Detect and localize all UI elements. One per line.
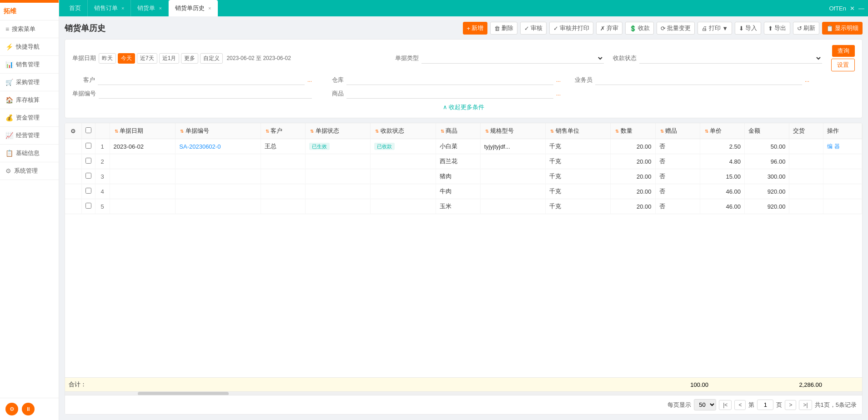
- import-button[interactable]: ⬇ 导入: [735, 22, 761, 35]
- doc-type-select[interactable]: [421, 53, 604, 64]
- doc-no-input[interactable]: [99, 89, 312, 99]
- th-settings[interactable]: ⚙: [65, 123, 81, 139]
- td-checkbox[interactable]: [81, 169, 95, 184]
- date-1month-btn[interactable]: 近1月: [159, 53, 180, 64]
- td-doc-no[interactable]: [176, 154, 261, 169]
- tab-home[interactable]: 首页: [63, 0, 88, 16]
- audit-print-button[interactable]: ✓ 审核并打印: [549, 22, 593, 35]
- td-settings: [65, 139, 81, 154]
- td-unit-price: 46.00: [700, 199, 744, 214]
- tab-sales-history-label: 销货单历史: [175, 4, 205, 12]
- th-unit[interactable]: ⇅ 销售单位: [546, 123, 611, 139]
- page-prev-btn[interactable]: <: [734, 400, 746, 410]
- sidebar-settings-icon[interactable]: ⚙: [5, 403, 18, 415]
- collect-status-select[interactable]: [639, 53, 822, 64]
- td-doc-no[interactable]: [176, 184, 261, 199]
- sidebar-item-system-mgmt[interactable]: ⚙ 系统管理: [0, 162, 59, 180]
- page-last-btn[interactable]: >|: [799, 400, 812, 410]
- close-sales-history-tab[interactable]: ×: [208, 5, 211, 11]
- td-checkbox[interactable]: [81, 199, 95, 214]
- page-input[interactable]: [757, 400, 773, 410]
- abandon-button[interactable]: ✗ 弃审: [596, 22, 622, 35]
- th-doc-no[interactable]: ⇅ 单据编号: [176, 123, 261, 139]
- date-today-btn[interactable]: 今天: [118, 53, 135, 64]
- sales-icon: 📊: [5, 61, 13, 68]
- query-button[interactable]: 查询: [832, 45, 855, 57]
- sidebar-item-purchase-mgmt[interactable]: 🛒 采购管理: [0, 74, 59, 91]
- add-button[interactable]: + 新增: [463, 22, 488, 35]
- horizontal-scrollbar[interactable]: [65, 391, 862, 395]
- td-gift: 否: [655, 154, 700, 169]
- sidebar: 拓维 ≡ 搜索菜单 ⚡ 快捷导航 📊 销售管理 🛒 采购管理 🏠 库存核算 💰 …: [0, 0, 59, 420]
- close-sales-delivery-tab[interactable]: ×: [159, 5, 161, 11]
- sidebar-item-inventory[interactable]: 🏠 库存核算: [0, 91, 59, 109]
- per-page-select[interactable]: 50: [694, 399, 716, 410]
- sidebar-item-quick-nav[interactable]: ⚡ 快捷导航: [0, 38, 59, 56]
- customer-input[interactable]: [98, 75, 305, 85]
- table-scroll-area[interactable]: ⚙ ⇅ 单据日期 ⇅ 单据编号: [65, 123, 862, 377]
- salesperson-ellipsis[interactable]: ...: [805, 77, 809, 83]
- close-sales-order-tab[interactable]: ×: [121, 5, 124, 11]
- tab-sales-order-label: 销售订单: [94, 4, 118, 12]
- date-custom-btn[interactable]: 自定义: [200, 53, 223, 64]
- topbar-minimize-btn[interactable]: —: [858, 5, 864, 12]
- export-button[interactable]: ⬆ 导出: [764, 22, 790, 35]
- collapse-btn[interactable]: ∧ 收起更多条件: [72, 102, 855, 112]
- tab-sales-order[interactable]: 销售订单 ×: [88, 0, 131, 16]
- page-first-btn[interactable]: |<: [719, 400, 732, 410]
- batch-change-button[interactable]: ⟳ 批量变更: [657, 22, 695, 35]
- th-spec[interactable]: ⇅ 规格型号: [480, 123, 545, 139]
- td-checkbox[interactable]: [81, 184, 95, 199]
- customer-ellipsis[interactable]: ...: [307, 77, 312, 83]
- td-transaction: [789, 199, 823, 214]
- select-all-checkbox[interactable]: [85, 127, 91, 133]
- td-doc-no[interactable]: [176, 199, 261, 214]
- sidebar-pause-icon[interactable]: ⏸: [22, 403, 35, 415]
- tab-sales-delivery[interactable]: 销货单 ×: [131, 0, 168, 16]
- th-gift[interactable]: ⇅ 赠品: [655, 123, 700, 139]
- th-unit-price[interactable]: ⇅ 单价: [700, 123, 744, 139]
- collect-button[interactable]: 💲 收款: [625, 22, 654, 35]
- warehouse-ellipsis[interactable]: ...: [556, 77, 561, 83]
- collect-status-label: 收款状态: [613, 54, 637, 62]
- audit-button[interactable]: ✓ 审核: [520, 22, 547, 35]
- date-7days-btn[interactable]: 近7天: [137, 53, 157, 64]
- td-doc-status: [305, 184, 370, 199]
- show-detail-button[interactable]: 📋 显示明细: [822, 22, 863, 35]
- tab-sales-history[interactable]: 销货单历史 ×: [169, 0, 218, 16]
- print-button[interactable]: 🖨 打印 ▼: [697, 22, 732, 35]
- sidebar-item-basic-info[interactable]: 📋 基础信息: [0, 145, 59, 162]
- sidebar-item-sales-mgmt[interactable]: 📊 销售管理: [0, 56, 59, 74]
- th-qty[interactable]: ⇅ 数量: [611, 123, 655, 139]
- sidebar-item-finance-mgmt[interactable]: 💰 资金管理: [0, 109, 59, 127]
- sidebar-item-search-menu[interactable]: ≡ 搜索菜单: [0, 20, 59, 38]
- refresh-button[interactable]: ↺ 刷新: [793, 22, 819, 35]
- td-transaction: [789, 154, 823, 169]
- topbar-close-btn[interactable]: ✕: [850, 5, 855, 12]
- th-product[interactable]: ⇅ 商品: [436, 123, 480, 139]
- table-row: 1 2023-06-02 SA-20230602-0 王总 已生效 已收款 小白…: [65, 139, 862, 154]
- td-doc-no[interactable]: SA-20230602-0: [176, 139, 261, 154]
- th-doc-status[interactable]: ⇅ 单据状态: [305, 123, 370, 139]
- abandon-icon: ✗: [600, 25, 605, 32]
- sidebar-item-operation-mgmt[interactable]: 📈 经营管理: [0, 127, 59, 145]
- table-row: 3 猪肉 千克 20.00 否 15.00 300.00: [65, 169, 862, 184]
- settings-button[interactable]: 设置: [831, 59, 855, 71]
- td-checkbox[interactable]: [81, 154, 95, 169]
- product-input[interactable]: [346, 89, 553, 99]
- date-more-btn[interactable]: 更多: [181, 53, 198, 64]
- page-next-btn[interactable]: >: [785, 400, 796, 410]
- warehouse-input[interactable]: [346, 75, 553, 85]
- product-ellipsis[interactable]: ...: [556, 90, 561, 97]
- td-unit-price: 15.00: [700, 169, 744, 184]
- sidebar-bottom-actions: ⚙ ⏸: [0, 398, 59, 420]
- salesperson-input[interactable]: [595, 75, 802, 85]
- th-customer[interactable]: ⇅ 客户: [261, 123, 305, 139]
- td-doc-no[interactable]: [176, 169, 261, 184]
- th-collect-status[interactable]: ⇅ 收款状态: [371, 123, 436, 139]
- td-checkbox[interactable]: [81, 139, 95, 154]
- th-doc-date[interactable]: ⇅ 单据日期: [110, 123, 176, 139]
- td-settings: [65, 154, 81, 169]
- delete-button[interactable]: 🗑 删除: [490, 22, 517, 35]
- date-yesterday-btn[interactable]: 昨天: [99, 53, 116, 64]
